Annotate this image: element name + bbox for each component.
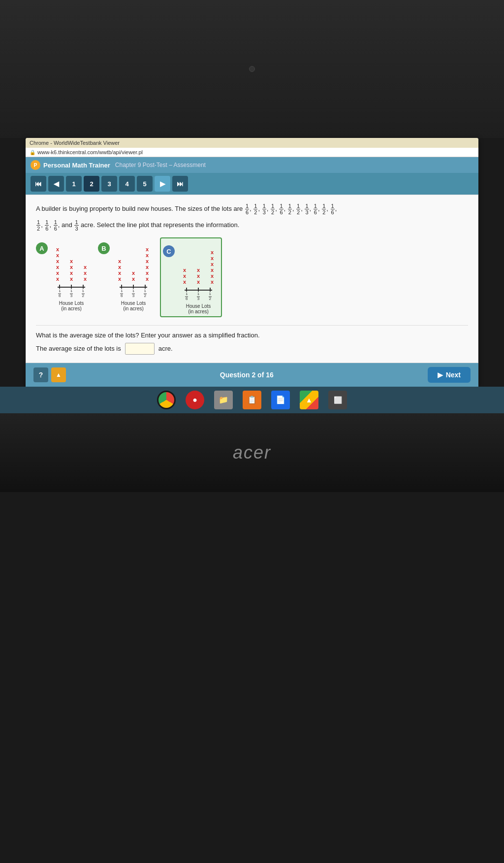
browser-address: www-k6.thinkcentral.com/wwtb/api/viewer.… — [37, 149, 143, 155]
nav-page-4[interactable]: 4 — [119, 176, 135, 192]
plot-c-col2: x x x — [191, 267, 205, 285]
nav-page-1[interactable]: 1 — [66, 176, 82, 192]
tick-b-3: 12 — [143, 283, 147, 299]
fraction-2: 12 — [253, 203, 257, 215]
fraction-11: 16 — [331, 203, 335, 215]
fraction-10: 12 — [322, 203, 326, 215]
plot-c-marks: x x x x x x x x — [178, 240, 219, 285]
blue-app-icon[interactable]: 📄 — [271, 391, 290, 409]
tick-a-2: 13 — [69, 283, 73, 299]
plot-b-item[interactable]: B x x x x x x — [98, 237, 154, 311]
question-nav: ⏮ ◀ 1 2 3 4 5 ▶ ⏭ — [26, 173, 478, 195]
dark-app-icon[interactable]: ⬜ — [328, 391, 347, 409]
nav-page-3[interactable]: 3 — [101, 176, 117, 192]
plot-a-item[interactable]: A x x x x x x x — [36, 237, 92, 311]
next-button[interactable]: ▶ Next — [428, 367, 471, 383]
plots-container: A x x x x x x x — [36, 237, 468, 317]
fraction-4: 12 — [271, 203, 275, 215]
avg-question: What is the average size of the lots? En… — [36, 332, 468, 339]
plot-b-axis-label: House Lots(in acres) — [121, 300, 146, 311]
fraction-12: 12 — [36, 219, 40, 232]
nav-last-button[interactable]: ⏭ — [172, 176, 188, 192]
camera — [249, 66, 255, 72]
files-icon[interactable]: 📁 — [214, 391, 233, 409]
lock-icon: 🔒 — [30, 150, 35, 155]
fraction-5: 16 — [279, 203, 283, 215]
bottom-left-buttons: ? ▲ — [33, 367, 66, 382]
fraction-1: 16 — [245, 203, 249, 215]
question-text-2: 12, 16, 16, and 13 acre. Select the line… — [36, 219, 468, 232]
tick-b-1: 16 — [120, 283, 124, 299]
fraction-13: 16 — [45, 219, 49, 232]
content-area: A builder is buying property to build ne… — [26, 195, 478, 363]
plot-a-marks: x x x x x x x x x x — [51, 237, 92, 282]
fraction-6: 12 — [288, 203, 292, 215]
plot-b-col1: x x x x — [113, 258, 126, 282]
browser-title: Chrome - WorldWideTestbank Viewer — [30, 140, 120, 146]
acer-logo: acer — [233, 442, 271, 463]
plot-b-col2: x x — [126, 270, 140, 282]
plot-b-col3: x x x x x x — [140, 246, 154, 282]
avg-answer-row: The average size of the lots is acre. — [36, 343, 468, 355]
plot-b-label: B — [98, 242, 110, 254]
plot-c-col3: x x x x x x — [205, 249, 219, 285]
tick-b-2: 13 — [131, 283, 135, 299]
next-arrow-icon: ▶ — [438, 371, 443, 379]
fraction-9: 16 — [314, 203, 317, 215]
plot-a-chart: x x x x x x x x x x — [51, 237, 92, 311]
fraction-7: 12 — [296, 203, 300, 215]
nav-bar: P Personal Math Trainer Chapter 9 Post-T… — [26, 157, 478, 173]
fraction-8: 13 — [305, 203, 309, 215]
plot-c-label: C — [163, 245, 175, 257]
nav-first-button[interactable]: ⏮ — [31, 176, 46, 192]
taskbar: ● 📁 📋 📄 ▲ ⬜ — [0, 387, 504, 413]
plot-b-chart: x x x x x x x x — [113, 237, 154, 311]
drive-icon[interactable]: ▲ — [300, 391, 318, 409]
question-text-part1: A builder is buying property to build ne… — [36, 205, 245, 212]
orange-app-icon[interactable]: 📋 — [243, 391, 261, 409]
average-section: What is the average size of the lots? En… — [36, 325, 468, 355]
fraction-15: 13 — [74, 219, 78, 232]
next-label: Next — [446, 371, 461, 379]
plot-a-col2: x x x x — [64, 258, 78, 282]
avg-unit: acre. — [158, 345, 173, 352]
fraction-3: 13 — [262, 203, 266, 215]
chrome-icon[interactable] — [157, 391, 176, 409]
help-button[interactable]: ? — [33, 367, 48, 382]
tick-c-1: 16 — [185, 286, 189, 301]
plot-a-axis-label: House Lots(in acres) — [59, 300, 84, 311]
nav-title: Personal Math Trainer — [43, 162, 110, 169]
tick-a-1: 16 — [58, 283, 62, 299]
avg-answer-label: The average size of the lots is — [36, 345, 121, 352]
nav-page-5[interactable]: 5 — [137, 176, 153, 192]
plot-c-chart: x x x x x x x x — [178, 240, 219, 314]
red-app-icon[interactable]: ● — [186, 391, 204, 409]
warn-button[interactable]: ▲ — [51, 367, 66, 382]
logo-icon: P — [31, 160, 40, 170]
tick-c-2: 13 — [196, 286, 200, 301]
plot-a-label: A — [36, 242, 48, 254]
nav-prev-button[interactable]: ◀ — [48, 176, 64, 192]
tick-c-3: 12 — [208, 286, 212, 301]
tick-a-3: 12 — [81, 283, 85, 299]
browser-frame: Chrome - WorldWideTestbank Viewer 🔒 www-… — [26, 138, 478, 387]
plot-c-col1: x x x — [178, 267, 191, 285]
nav-page-2[interactable]: 2 — [84, 176, 99, 192]
browser-address-bar[interactable]: 🔒 www-k6.thinkcentral.com/wwtb/api/viewe… — [26, 148, 478, 157]
plot-c-axis-label: House Lots(in acres) — [186, 303, 211, 314]
plot-a-col1: x x x x x x — [51, 246, 64, 282]
nav-logo: P Personal Math Trainer Chapter 9 Post-T… — [31, 160, 206, 170]
nav-subtitle: Chapter 9 Post-Test – Assessment — [115, 162, 206, 168]
plot-c-item[interactable]: C x x x x x x — [160, 237, 222, 317]
nav-next-button[interactable]: ▶ — [155, 176, 170, 192]
bottom-bar: ? ▲ Question 2 of 16 ▶ Next — [26, 363, 478, 387]
plot-a-col3: x x x — [78, 264, 92, 282]
question-counter: Question 2 of 16 — [220, 371, 274, 379]
browser-title-bar: Chrome - WorldWideTestbank Viewer — [26, 138, 478, 148]
plot-b-marks: x x x x x x x x — [113, 237, 154, 282]
laptop-bottom-bezel: acer — [0, 413, 504, 492]
avg-answer-input[interactable] — [125, 343, 155, 355]
laptop-top-bezel — [0, 0, 504, 138]
fraction-14: 16 — [54, 219, 58, 232]
question-text: A builder is buying property to build ne… — [36, 203, 468, 215]
